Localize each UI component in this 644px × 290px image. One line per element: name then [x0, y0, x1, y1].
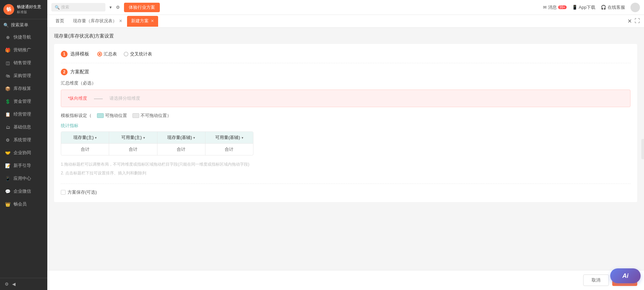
- col1-dropdown-icon: ▾: [95, 136, 97, 140]
- save-checkbox[interactable]: [61, 190, 66, 195]
- purchase-icon: 🛍: [5, 73, 11, 79]
- dimension-box[interactable]: *纵向维度 —— 请选择分组维度: [61, 90, 630, 107]
- quick-nav-icon: ⊕: [5, 34, 11, 40]
- content-area: 现存量(库存状况表)方案设置 1 选择模板 汇总表 交叉统计表: [47, 28, 644, 270]
- tip-1: 1.拖动标题栏可以调整布局，不可跨维度或指标区域拖动栏目字段(只能在同一维度或指…: [61, 161, 630, 168]
- system-icon: ⚙: [5, 137, 11, 143]
- sidebar-item-member[interactable]: 👑 畅会员: [0, 198, 47, 211]
- tips-section: 1.拖动标题栏可以调整布局，不可跨维度或指标区域拖动栏目字段(只能在同一维度或指…: [61, 161, 630, 177]
- user-avatar[interactable]: [630, 3, 640, 12]
- message-badge: 99+: [558, 5, 567, 9]
- inventory-icon: 📦: [5, 86, 11, 92]
- message-item[interactable]: ✉ 消息 99+: [543, 4, 567, 10]
- management-icon: 📋: [5, 111, 11, 117]
- basic-icon: 🗂: [5, 124, 11, 130]
- tab-close-new-plan[interactable]: ✕: [151, 19, 154, 23]
- headset-icon: 🎧: [601, 5, 606, 10]
- logo-icon: 畅: [3, 4, 14, 15]
- guide-icon: 📝: [5, 163, 11, 169]
- dimension-placeholder: 请选择分组维度: [109, 95, 140, 101]
- sidebar-item-management[interactable]: 📋 经营管理: [0, 108, 47, 121]
- stats-section: 统计指标 现存量(主) ▾ 可用量(主) ▾: [61, 123, 630, 155]
- sidebar-item-guide[interactable]: 📝 新手引导: [0, 159, 47, 172]
- message-icon: ✉: [543, 5, 547, 10]
- topbar-dropdown-icon[interactable]: ▾: [109, 5, 112, 10]
- stats-col-2[interactable]: 可用量(主) ▾: [109, 132, 157, 143]
- sidebar-item-apps[interactable]: 📱 应用中心: [0, 172, 47, 185]
- sidebar-item-wechat[interactable]: 💬 企业微信: [0, 185, 47, 198]
- sidebar-item-sales[interactable]: ◫ 销售管理: [0, 56, 47, 69]
- stats-col-4[interactable]: 可用量(基辅) ▾: [205, 132, 253, 143]
- save-option: 方案保存(可选): [61, 189, 630, 195]
- app-download-item[interactable]: 📱 App下载: [572, 4, 595, 10]
- industry-plan-button[interactable]: 体验行业方案: [124, 3, 160, 12]
- right-panel-handle[interactable]: [641, 139, 644, 159]
- stats-table: 现存量(主) ▾ 可用量(主) ▾ 现存量(基辅) ▾: [61, 131, 253, 155]
- sales-icon: ◫: [5, 60, 11, 66]
- sidebar-item-finance[interactable]: 💲 资金管理: [0, 95, 47, 108]
- divider-2: [61, 184, 630, 184]
- ai-bubble[interactable]: Ai: [610, 268, 641, 283]
- page-title: 现存量(库存状况表)方案设置: [54, 33, 637, 39]
- sidebar-item-quick-nav[interactable]: ⊕ 快捷导航: [0, 31, 47, 44]
- marketing-icon: 🎁: [5, 47, 11, 53]
- tab-close-inventory[interactable]: ✕: [119, 19, 122, 23]
- sidebar-search[interactable]: 🔍 搜索菜单: [0, 19, 47, 31]
- collapse-icon[interactable]: ◀: [12, 282, 16, 287]
- finance-icon: 💲: [5, 98, 11, 104]
- stats-cell-1-3: 合计: [157, 144, 205, 155]
- sidebar-item-marketing[interactable]: 🎁 营销推广: [0, 44, 47, 56]
- draggable-indicator: [97, 113, 104, 118]
- stats-cell-1-1: 合计: [61, 144, 109, 155]
- apps-icon: 📱: [5, 175, 11, 182]
- member-icon: 👑: [5, 201, 11, 207]
- tip-2: 2. 点击标题栏下拉可设置排序、插入列和删除列: [61, 170, 630, 177]
- close-tab-control[interactable]: ✕: [627, 18, 632, 24]
- sidebar-item-corp[interactable]: 🤝 企业协同: [0, 146, 47, 159]
- topbar-gear-icon[interactable]: ⚙: [116, 5, 120, 10]
- stats-col-1[interactable]: 现存量(主) ▾: [61, 132, 109, 143]
- stats-cell-1-2: 合计: [109, 144, 157, 155]
- radio-cross-circle: [124, 52, 128, 56]
- logo-text: 畅捷通好生意 标准版: [17, 4, 41, 15]
- cancel-button[interactable]: 取消: [583, 274, 609, 286]
- settings-icon[interactable]: ⚙: [5, 282, 9, 287]
- tab-new-plan[interactable]: 新建方案 ✕: [127, 16, 158, 27]
- search-icon: 🔍: [3, 23, 9, 28]
- online-service-item[interactable]: 🎧 在线客服: [601, 4, 625, 10]
- col2-dropdown-icon: ▾: [143, 136, 145, 140]
- sidebar: 畅 畅捷通好生意 标准版 🔍 搜索菜单 ⊕ 快捷导航 🎁 营销推广 ◫ 销售管理…: [0, 0, 47, 290]
- stats-title: 统计指标: [61, 123, 630, 129]
- radio-summary[interactable]: 汇总表: [97, 51, 117, 57]
- indicator-label: 模板指标设定（: [61, 113, 92, 119]
- step2-badge: 2: [61, 69, 68, 75]
- col4-dropdown-icon: ▾: [242, 136, 243, 140]
- sidebar-item-purchase[interactable]: 🛍 采购管理: [0, 69, 47, 82]
- step1-badge: 1: [61, 51, 68, 57]
- tab-home[interactable]: 首页: [51, 16, 68, 27]
- app-download-icon: 📱: [572, 5, 577, 10]
- topbar-right: ✉ 消息 99+ 📱 App下载 🎧 在线客服: [543, 3, 640, 12]
- sidebar-nav: ⊕ 快捷导航 🎁 营销推广 ◫ 销售管理 🛍 采购管理 📦 库存核算 💲 资金管…: [0, 31, 47, 278]
- tab-inventory-status[interactable]: 现存量（库存状况表） ✕: [69, 16, 126, 27]
- sidebar-item-inventory[interactable]: 📦 库存核算: [0, 82, 47, 95]
- expand-tab-control[interactable]: ⛶: [635, 18, 640, 24]
- stats-cell-1-4: 合计: [205, 144, 253, 155]
- sidebar-footer: ⚙ ◀: [0, 278, 47, 290]
- main-area: 🔍 搜索 ▾ ⚙ 体验行业方案 ✉ 消息 99+ 📱 App下载 🎧 在线客服: [47, 0, 644, 290]
- step2-title: 方案配置: [70, 69, 89, 75]
- sidebar-logo: 畅 畅捷通好生意 标准版: [0, 0, 47, 19]
- dimension-required-label: *纵向维度: [68, 95, 87, 101]
- stats-col-3[interactable]: 现存量(基辅) ▾: [157, 132, 205, 143]
- step1-header: 1 选择模板 汇总表 交叉统计表: [61, 51, 630, 57]
- wechat-icon: 💬: [5, 188, 11, 194]
- radio-cross[interactable]: 交叉统计表: [124, 51, 152, 57]
- stats-table-row-1: 合计 合计 合计 合计: [61, 143, 253, 155]
- tabbar: 首页 现存量（库存状况表） ✕ 新建方案 ✕ ✕ ⛶: [47, 15, 644, 28]
- corp-icon: 🤝: [5, 150, 11, 156]
- sidebar-item-basic[interactable]: 🗂 基础信息: [0, 121, 47, 134]
- topbar-search[interactable]: 🔍 搜索: [51, 3, 105, 11]
- sidebar-item-system[interactable]: ⚙ 系统管理: [0, 134, 47, 146]
- step1-title: 选择模板: [70, 51, 89, 57]
- tabbar-controls: ✕ ⛶: [627, 18, 640, 24]
